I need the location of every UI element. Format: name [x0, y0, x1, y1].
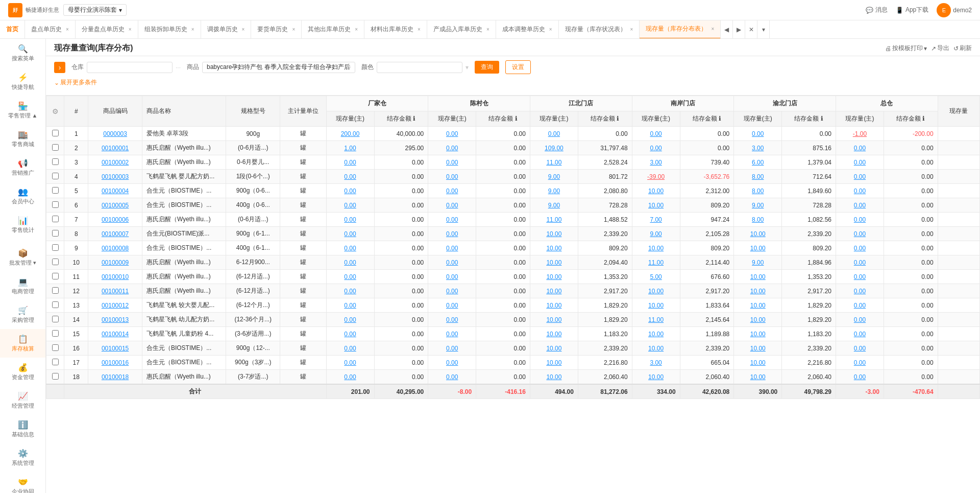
- v-qty[interactable]: 0.00: [428, 270, 476, 284]
- f-qty[interactable]: 0.00: [326, 284, 374, 298]
- na-qty[interactable]: 9.00: [632, 227, 680, 241]
- jb-qty[interactable]: 10.00: [530, 270, 578, 284]
- v-qty[interactable]: 0.00: [428, 241, 476, 255]
- close-icon[interactable]: ×: [486, 27, 489, 32]
- product-code[interactable]: 00100007: [88, 227, 142, 241]
- close-icon[interactable]: ×: [711, 26, 714, 32]
- jb-qty[interactable]: 10.00: [530, 341, 578, 356]
- v-qty[interactable]: 0.00: [428, 155, 476, 170]
- product-code[interactable]: 00100011: [88, 284, 142, 298]
- close-icon[interactable]: ×: [129, 27, 132, 32]
- product-code[interactable]: 00100010: [88, 270, 142, 284]
- row-checkbox[interactable]: [46, 255, 64, 270]
- v-qty[interactable]: 0.00: [428, 198, 476, 213]
- tab-chengben[interactable]: 成本调整单历史×: [496, 20, 559, 39]
- v-qty[interactable]: 0.00: [428, 313, 476, 327]
- na-qty[interactable]: 10.00: [632, 341, 680, 356]
- product-code[interactable]: 00100018: [88, 370, 142, 385]
- sidebar-item-collab[interactable]: 🤝 企业协同: [0, 472, 45, 493]
- jb-qty[interactable]: 11.00: [530, 213, 578, 227]
- product-code[interactable]: 00100009: [88, 255, 142, 270]
- row-checkbox[interactable]: [46, 227, 64, 241]
- v-qty[interactable]: 0.00: [428, 213, 476, 227]
- jb-qty[interactable]: 10.00: [530, 241, 578, 255]
- row-checkbox[interactable]: [46, 298, 64, 313]
- product-code[interactable]: 00100008: [88, 241, 142, 255]
- f-qty[interactable]: 0.00: [326, 298, 374, 313]
- refresh-button[interactable]: ↺ 刷新: [953, 44, 972, 53]
- f-qty[interactable]: 1.00: [326, 141, 374, 155]
- t-qty[interactable]: 0.00: [836, 370, 884, 385]
- row-checkbox[interactable]: [46, 313, 64, 327]
- tab-diaob[interactable]: 调拨单历史×: [201, 20, 252, 39]
- na-qty[interactable]: 10.00: [632, 184, 680, 198]
- v-qty[interactable]: 0.00: [428, 298, 476, 313]
- color-input[interactable]: [377, 62, 462, 73]
- row-checkbox[interactable]: [46, 241, 64, 255]
- col-settings-icon[interactable]: ⚙: [52, 107, 59, 115]
- f-qty[interactable]: 0.00: [326, 370, 374, 385]
- na-qty[interactable]: 3.00: [632, 155, 680, 170]
- yb-qty[interactable]: 10.00: [734, 284, 782, 298]
- product-code[interactable]: 00100005: [88, 198, 142, 213]
- close-icon[interactable]: ×: [630, 27, 633, 32]
- export-button[interactable]: ↗ 导出: [931, 44, 949, 53]
- row-checkbox[interactable]: [46, 213, 64, 227]
- jb-qty[interactable]: 0.00: [530, 127, 578, 141]
- t-qty[interactable]: 0.00: [836, 155, 884, 170]
- t-qty[interactable]: 0.00: [836, 184, 884, 198]
- t-qty[interactable]: 0.00: [836, 313, 884, 327]
- sidebar-item-operations[interactable]: 📈 经营管理: [0, 386, 45, 415]
- jb-qty[interactable]: 10.00: [530, 255, 578, 270]
- row-checkbox[interactable]: [46, 198, 64, 213]
- close-icon[interactable]: ×: [191, 27, 194, 32]
- yb-qty[interactable]: 10.00: [734, 270, 782, 284]
- v-qty[interactable]: 0.00: [428, 356, 476, 370]
- product-code[interactable]: 00100013: [88, 313, 142, 327]
- sidebar-item-member[interactable]: 👥 会员中心: [0, 182, 45, 210]
- tab-close-all-button[interactable]: ✕: [745, 20, 757, 39]
- yb-qty[interactable]: 10.00: [734, 241, 782, 255]
- na-qty[interactable]: 3.00: [632, 356, 680, 370]
- warehouse-dots[interactable]: ···: [176, 64, 181, 71]
- v-qty[interactable]: 0.00: [428, 170, 476, 184]
- na-qty[interactable]: 10.00: [632, 370, 680, 385]
- sidebar-item-purchase[interactable]: 🛒 采购管理: [0, 300, 45, 329]
- sidebar-item-retail-mgmt[interactable]: 🏪 零售管理 ▲: [0, 96, 45, 125]
- na-qty[interactable]: 0.00: [632, 127, 680, 141]
- product-code[interactable]: 00100003: [88, 170, 142, 184]
- jb-qty[interactable]: 9.00: [530, 184, 578, 198]
- na-qty[interactable]: 11.00: [632, 313, 680, 327]
- close-icon[interactable]: ×: [292, 27, 295, 32]
- sidebar-item-finance[interactable]: 💰 资金管理: [0, 358, 45, 386]
- v-qty[interactable]: 0.00: [428, 127, 476, 141]
- filter-toggle-button[interactable]: ›: [54, 62, 65, 73]
- product-code[interactable]: 00100001: [88, 141, 142, 155]
- yb-qty[interactable]: 10.00: [734, 341, 782, 356]
- tab-next-button[interactable]: ▶: [733, 20, 745, 39]
- na-qty[interactable]: 11.00: [632, 255, 680, 270]
- row-checkbox[interactable]: [46, 155, 64, 170]
- tab-qita[interactable]: 其他出库单历史×: [302, 20, 364, 39]
- yb-qty[interactable]: 6.00: [734, 155, 782, 170]
- v-qty[interactable]: 0.00: [428, 284, 476, 298]
- product-input[interactable]: [202, 62, 355, 73]
- sidebar-item-marketing[interactable]: 📢 营销推广: [0, 153, 45, 182]
- yb-qty[interactable]: 8.00: [734, 170, 782, 184]
- tab-kucun-dist[interactable]: 现存量（库存分布表）×: [640, 20, 721, 39]
- v-qty[interactable]: 0.00: [428, 184, 476, 198]
- yb-qty[interactable]: 8.00: [734, 213, 782, 227]
- t-qty[interactable]: 0.00: [836, 170, 884, 184]
- yb-qty[interactable]: 9.00: [734, 255, 782, 270]
- close-icon[interactable]: ×: [66, 27, 69, 32]
- f-qty[interactable]: 0.00: [326, 184, 374, 198]
- yb-qty[interactable]: 10.00: [734, 298, 782, 313]
- jb-qty[interactable]: 10.00: [530, 227, 578, 241]
- yb-qty[interactable]: 10.00: [734, 227, 782, 241]
- jb-qty[interactable]: 9.00: [530, 198, 578, 213]
- f-qty[interactable]: 0.00: [326, 255, 374, 270]
- jb-qty[interactable]: 109.00: [530, 141, 578, 155]
- tab-pandian[interactable]: 盘点单历史×: [25, 20, 76, 39]
- f-qty[interactable]: 0.00: [326, 356, 374, 370]
- row-checkbox[interactable]: [46, 141, 64, 155]
